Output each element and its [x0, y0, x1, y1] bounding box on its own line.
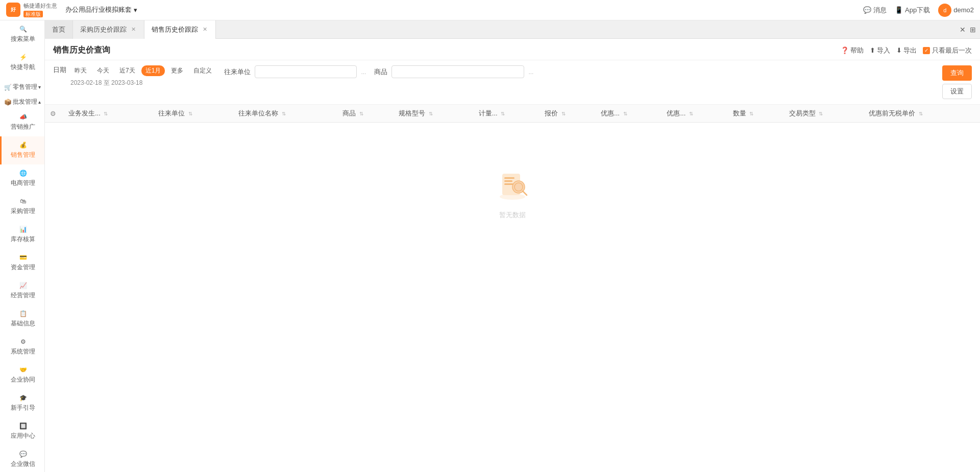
date-btn-custom[interactable]: 自定义	[189, 65, 216, 76]
col-pretax-price-label: 优惠前无税单价	[869, 109, 915, 117]
col-partner-code-label: 往来单位	[158, 109, 185, 117]
top-header: 好 畅捷通好生意 标准版 办公用品行业模拟账套 ▾ 💬 消息 📱 App下载 d…	[0, 0, 980, 20]
sidebar-item-wechat[interactable]: 💬 企业微信	[0, 445, 44, 472]
date-btn-yesterday[interactable]: 昨天	[70, 65, 91, 76]
col-quantity-label: 数量	[733, 109, 746, 117]
sidebar-item-guide[interactable]: 🎓 新手引导	[0, 389, 44, 417]
table-col-discount2[interactable]: 优惠... ⇅	[662, 105, 727, 123]
user-area[interactable]: d demo2	[938, 4, 974, 17]
appstore-icon: 🔲	[19, 422, 27, 430]
table-col-partner-name[interactable]: 往来单位名称 ⇅	[233, 105, 337, 123]
tab-purchase-close[interactable]: ✕	[130, 26, 137, 33]
settings-button[interactable]: 设置	[942, 84, 972, 99]
avatar: d	[938, 4, 951, 17]
partner-dots[interactable]: ...	[361, 68, 366, 76]
sidebar-item-label: 采购管理	[11, 207, 35, 216]
main-layout: 🔍 搜索菜单 ⚡ 快捷导航 🛒 零售管理 ▾ 📦 批发管理 ▴ 📣 营销推广 💰…	[0, 20, 980, 472]
product-input[interactable]	[391, 65, 524, 78]
sidebar-item-label: 应用中心	[11, 432, 35, 440]
product-dots[interactable]: ...	[528, 68, 533, 76]
date-btn-today[interactable]: 今天	[93, 65, 113, 76]
sidebar-item-appstore[interactable]: 🔲 应用中心	[0, 417, 44, 445]
svg-rect-4	[504, 183, 513, 185]
table-header-row: ⚙ 业务发生... ⇅ 往来单位 ⇅ 往来单位名称	[45, 105, 980, 123]
col-trade-type-label: 交易类型	[789, 109, 816, 117]
table-col-product[interactable]: 商品 ⇅	[337, 105, 394, 123]
table-col-trade-type[interactable]: 交易类型 ⇅	[784, 105, 864, 123]
sidebar-item-label: 基础信息	[11, 319, 35, 328]
table-col-partner-code[interactable]: 往来单位 ⇅	[153, 105, 233, 123]
finance-icon: 💳	[19, 254, 27, 261]
workspace-dropdown-icon: ▾	[134, 6, 137, 14]
query-button[interactable]: 查询	[942, 65, 972, 81]
sidebar-item-retail[interactable]: 🛒 零售管理 ▾	[0, 79, 44, 93]
sidebar-item-search[interactable]: 🔍 搜索菜单	[0, 20, 44, 49]
date-btn-more[interactable]: 更多	[167, 65, 187, 76]
table-col-quote[interactable]: 报价 ⇅	[540, 105, 596, 123]
workspace-name: 办公用品行业模拟账套	[65, 5, 132, 14]
corp-icon: 🤝	[19, 366, 27, 373]
sidebar-item-sales-mgmt[interactable]: 💰 销售管理	[0, 136, 44, 164]
sidebar-item-label: 批发管理	[13, 98, 37, 106]
svg-rect-3	[504, 180, 512, 182]
export-link[interactable]: ⬇ 导出	[896, 46, 917, 55]
logo-icon: 好	[6, 3, 20, 17]
table-col-biz-date[interactable]: 业务发生... ⇅	[63, 105, 153, 123]
table-col-settings[interactable]: ⚙	[45, 105, 63, 123]
tab-purchase-history[interactable]: 采购历史价跟踪 ✕	[73, 20, 144, 39]
workspace-selector[interactable]: 办公用品行业模拟账套 ▾	[61, 3, 141, 16]
help-link[interactable]: ❓ 帮助	[841, 46, 864, 55]
sort-icon-product: ⇅	[359, 111, 363, 116]
table-col-discount1[interactable]: 优惠... ⇅	[596, 105, 662, 123]
tab-sales-history[interactable]: 销售历史价跟踪 ✕	[144, 20, 216, 39]
retail-arrow: ▾	[38, 84, 41, 90]
sidebar-item-label: 经营管理	[11, 291, 35, 300]
table-col-spec[interactable]: 规格型号 ⇅	[394, 105, 474, 123]
sidebar-item-business[interactable]: 📈 经营管理	[0, 277, 44, 305]
tab-sales-history-label: 销售历史价跟踪	[152, 25, 198, 34]
table-col-unit[interactable]: 计量... ⇅	[474, 105, 540, 123]
empty-icon	[492, 163, 533, 204]
sort-icon-pretax-price: ⇅	[919, 111, 923, 116]
tab-sales-close[interactable]: ✕	[201, 26, 208, 33]
sidebar-item-finance[interactable]: 💳 资金管理	[0, 249, 44, 277]
only-last-checkbox[interactable]: 只看最后一次	[923, 46, 972, 55]
system-icon: ⚙	[20, 338, 26, 345]
sidebar-item-wholesale[interactable]: 📦 批发管理 ▴	[0, 93, 44, 108]
sidebar-item-label: 电商管理	[11, 179, 35, 187]
sidebar-item-label: 资金管理	[11, 263, 35, 272]
tab-home[interactable]: 首页	[45, 20, 73, 39]
sidebar-item-inventory[interactable]: 📊 库存核算	[0, 221, 44, 249]
empty-state: 暂无数据	[45, 123, 980, 261]
sidebar-item-corp[interactable]: 🤝 企业协同	[0, 361, 44, 389]
col-unit-label: 计量...	[479, 109, 498, 117]
app-download-action[interactable]: 📱 App下载	[895, 6, 930, 15]
sidebar-item-label: 库存核算	[11, 235, 35, 244]
sidebar-item-ecommerce[interactable]: 🌐 电商管理	[0, 164, 44, 193]
sidebar-item-basic[interactable]: 📋 基础信息	[0, 305, 44, 333]
message-action[interactable]: 💬 消息	[863, 6, 887, 15]
sidebar-item-purchase[interactable]: 🛍 采购管理	[0, 193, 44, 221]
sidebar-item-marketing[interactable]: 📣 营销推广	[0, 108, 44, 136]
col-discount1-label: 优惠...	[601, 109, 620, 117]
tab-close-all-btn[interactable]: ✕	[960, 26, 966, 34]
sidebar-item-label: 企业微信	[11, 460, 35, 468]
sidebar-item-system[interactable]: ⚙ 系统管理	[0, 333, 44, 361]
table-col-pretax-price[interactable]: 优惠前无税单价 ⇅	[864, 105, 980, 123]
sort-icon-discount1: ⇅	[623, 111, 627, 116]
date-btn-7days[interactable]: 近7天	[115, 65, 139, 76]
partner-input[interactable]	[255, 65, 357, 78]
logo-tag: 标准版	[23, 11, 43, 17]
sort-icon-spec: ⇅	[429, 111, 433, 116]
sidebar-item-label: 销售管理	[11, 151, 35, 159]
date-btn-1month[interactable]: 近1月	[141, 65, 165, 76]
table-col-quantity[interactable]: 数量 ⇅	[728, 105, 784, 123]
table-settings-icon[interactable]: ⚙	[50, 110, 56, 117]
date-label: 日期	[53, 65, 66, 75]
help-label: 帮助	[850, 46, 864, 55]
logo-area: 好 畅捷通好生意 标准版	[6, 2, 57, 17]
content-area: 首页 采购历史价跟踪 ✕ 销售历史价跟踪 ✕ ✕ ⊞ 销售历史价查询	[45, 20, 980, 472]
tab-maximize-btn[interactable]: ⊞	[970, 26, 976, 34]
import-link[interactable]: ⬆ 导入	[870, 46, 890, 55]
sidebar-item-quick-nav[interactable]: ⚡ 快捷导航	[0, 49, 44, 77]
